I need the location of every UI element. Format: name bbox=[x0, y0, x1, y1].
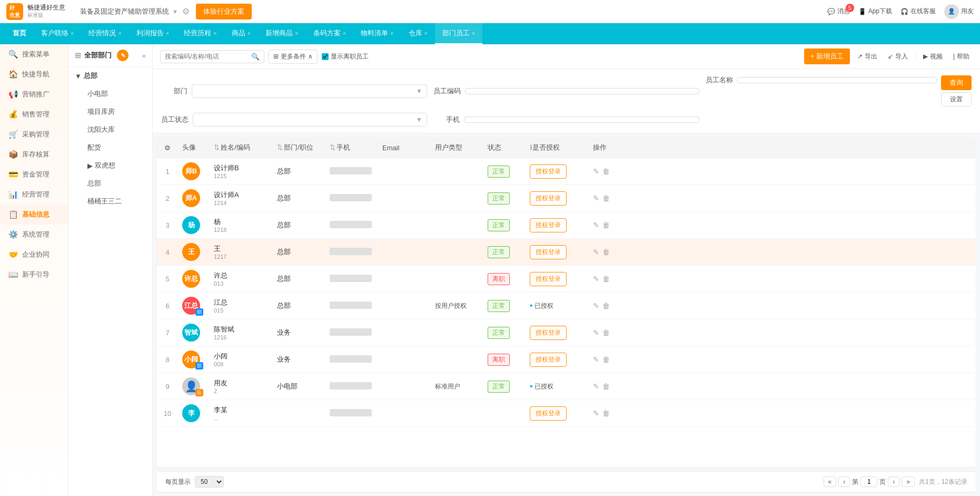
view-btn[interactable]: ▶ 视频 bbox=[920, 50, 946, 63]
dept-filter-input[interactable]: ▼ bbox=[192, 84, 427, 98]
tab-add-goods[interactable]: 新增商品 × bbox=[258, 23, 305, 44]
tab-barcode[interactable]: 条码方案 × bbox=[306, 23, 353, 44]
first-page-btn[interactable]: « bbox=[824, 476, 837, 487]
close-icon[interactable]: × bbox=[295, 30, 298, 36]
experience-btn[interactable]: 体验行业方案 bbox=[196, 4, 252, 20]
tab-department[interactable]: 部门员工 × bbox=[435, 23, 482, 44]
dept-item-xiaodian[interactable]: 小电部 bbox=[77, 85, 152, 103]
page-size-select[interactable]: 50 20 100 bbox=[195, 476, 224, 488]
tab-home[interactable]: 首页 bbox=[5, 23, 34, 44]
more-filter-btn[interactable]: ⊞ 更多条件 ∧ bbox=[269, 50, 318, 64]
edit-btn[interactable]: ✎ bbox=[593, 167, 599, 176]
sidebar-item-search-menu[interactable]: 🔍 搜索菜单 bbox=[0, 44, 68, 64]
dept-edit-icon[interactable]: ✎ bbox=[117, 50, 128, 61]
close-icon[interactable]: × bbox=[390, 30, 393, 36]
delete-btn[interactable]: 🗑 bbox=[602, 382, 610, 391]
sidebar-item-business[interactable]: 📊 经营管理 bbox=[0, 184, 68, 205]
edit-btn[interactable]: ✎ bbox=[593, 409, 599, 417]
close-icon[interactable]: × bbox=[71, 30, 74, 36]
export-btn[interactable]: ↗ 导出 bbox=[854, 50, 880, 63]
close-icon[interactable]: × bbox=[424, 30, 428, 36]
tab-profit[interactable]: 利润报告 × bbox=[129, 23, 176, 44]
auth-login-btn[interactable]: 授权登录 bbox=[530, 245, 567, 259]
auth-login-btn[interactable]: 授权登录 bbox=[530, 191, 567, 206]
sort-icon[interactable]: ⇅ bbox=[214, 143, 220, 151]
sidebar-item-cooperation[interactable]: 🤝 企业协同 bbox=[0, 245, 68, 265]
emp-code-input[interactable] bbox=[465, 88, 699, 94]
user-menu[interactable]: 👤 用友 bbox=[944, 4, 974, 19]
delete-btn[interactable]: 🗑 bbox=[602, 221, 610, 229]
last-page-btn[interactable]: » bbox=[902, 476, 915, 487]
add-employee-btn[interactable]: + 新增员工 bbox=[804, 48, 850, 64]
sidebar-item-inventory[interactable]: 📦 库存核算 bbox=[0, 144, 68, 164]
dept-item-zongbu2[interactable]: 总部 bbox=[77, 174, 152, 192]
import-btn[interactable]: ↙ 导入 bbox=[885, 50, 911, 63]
gear-icon[interactable]: ⚙ bbox=[182, 6, 190, 16]
online-service-btn[interactable]: 🎧 在线客服 bbox=[900, 7, 936, 16]
dept-item-tongwang[interactable]: 桶桶王三二 bbox=[77, 192, 152, 210]
close-icon[interactable]: × bbox=[343, 30, 346, 36]
tab-business[interactable]: 经营情况 × bbox=[81, 23, 128, 44]
close-icon[interactable]: × bbox=[118, 30, 121, 36]
dept-item-peihuo[interactable]: 配货 bbox=[77, 139, 152, 157]
search-input[interactable] bbox=[165, 53, 249, 60]
tab-history[interactable]: 经营历程 × bbox=[176, 23, 224, 44]
auth-login-btn[interactable]: 授权登录 bbox=[530, 353, 567, 367]
edit-btn[interactable]: ✎ bbox=[593, 275, 599, 283]
next-page-btn[interactable]: › bbox=[888, 476, 899, 487]
tab-customer[interactable]: 客户联络 × bbox=[34, 23, 81, 44]
app-download-btn[interactable]: 📱 App下载 bbox=[858, 7, 892, 16]
edit-btn[interactable]: ✎ bbox=[593, 382, 599, 391]
status-filter-input[interactable]: ▼ bbox=[193, 113, 427, 127]
delete-btn[interactable]: 🗑 bbox=[602, 194, 610, 202]
resigned-check-input[interactable] bbox=[322, 53, 329, 60]
sort-icon[interactable]: ⇅ bbox=[277, 143, 283, 151]
delete-btn[interactable]: 🗑 bbox=[602, 302, 610, 310]
sidebar-item-finance[interactable]: 💳 资金管理 bbox=[0, 164, 68, 184]
message-btn[interactable]: 💬 消息 5 bbox=[827, 7, 850, 16]
edit-btn[interactable]: ✎ bbox=[593, 355, 599, 364]
sidebar-item-marketing[interactable]: 📢 营销推广 bbox=[0, 84, 68, 104]
edit-btn[interactable]: ✎ bbox=[593, 194, 599, 202]
dropdown-arrow-icon[interactable]: ▼ bbox=[172, 8, 178, 15]
edit-btn[interactable]: ✎ bbox=[593, 221, 599, 229]
edit-btn[interactable]: ✎ bbox=[593, 328, 599, 337]
emp-name-input[interactable] bbox=[737, 77, 937, 83]
close-icon[interactable]: × bbox=[248, 30, 251, 36]
edit-btn[interactable]: ✎ bbox=[593, 248, 599, 256]
sidebar-item-system[interactable]: ⚙️ 系统管理 bbox=[0, 225, 68, 245]
dept-group-header-zongbu[interactable]: ▼ 总部 bbox=[68, 67, 152, 85]
close-icon[interactable]: × bbox=[472, 30, 475, 36]
auth-login-btn[interactable]: 授权登录 bbox=[530, 272, 567, 286]
delete-btn[interactable]: 🗑 bbox=[602, 355, 610, 364]
sidebar-item-sales[interactable]: 💰 销售管理 bbox=[0, 104, 68, 124]
auth-login-btn[interactable]: 授权登录 bbox=[530, 218, 567, 232]
sidebar-item-purchase[interactable]: 🛒 采购管理 bbox=[0, 124, 68, 144]
tab-goods[interactable]: 商品 × bbox=[224, 23, 258, 44]
close-icon[interactable]: × bbox=[166, 30, 169, 36]
delete-btn[interactable]: 🗑 bbox=[602, 409, 610, 417]
prev-page-btn[interactable]: ‹ bbox=[838, 476, 850, 487]
delete-btn[interactable]: 🗑 bbox=[602, 328, 610, 337]
edit-btn[interactable]: ✎ bbox=[593, 302, 599, 310]
auth-login-btn[interactable]: 授权登录 bbox=[530, 326, 567, 340]
auth-login-btn[interactable]: 授权登录 bbox=[530, 164, 567, 179]
phone-filter-input[interactable] bbox=[464, 116, 699, 123]
sidebar-item-basic-info[interactable]: 📋 基础信息 bbox=[0, 205, 68, 225]
close-icon[interactable]: × bbox=[213, 30, 216, 36]
query-btn[interactable]: 查询 bbox=[941, 75, 972, 90]
dept-item-project[interactable]: 项目库房 bbox=[77, 103, 152, 121]
delete-btn[interactable]: 🗑 bbox=[602, 167, 610, 176]
tab-warehouse[interactable]: 仓库 × bbox=[401, 23, 435, 44]
dept-item-shenyang[interactable]: 沈阳大库 bbox=[77, 121, 152, 139]
show-resigned-checkbox[interactable]: 显示离职员工 bbox=[322, 52, 369, 61]
tab-bom[interactable]: 物料清单 × bbox=[353, 23, 401, 44]
set-btn[interactable]: 设置 bbox=[941, 92, 972, 106]
delete-btn[interactable]: 🗑 bbox=[602, 248, 610, 256]
page-num-input[interactable] bbox=[860, 476, 877, 487]
auth-login-btn[interactable]: 授权登录 bbox=[530, 406, 567, 421]
sidebar-item-guide[interactable]: 📖 新手引导 bbox=[0, 265, 68, 285]
collapse-btn[interactable]: « bbox=[142, 52, 146, 60]
delete-btn[interactable]: 🗑 bbox=[602, 275, 610, 283]
sort-icon[interactable]: ⇅ bbox=[330, 143, 335, 151]
